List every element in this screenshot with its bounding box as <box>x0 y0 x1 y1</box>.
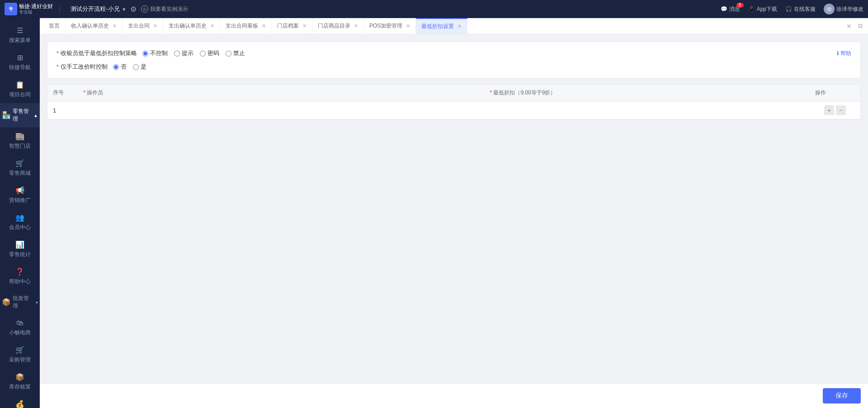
ecommerce-icon: 🛍 <box>16 319 24 327</box>
strategy-forbid[interactable]: 禁止 <box>226 49 245 57</box>
strategy-label: 收银员低于最低折扣控制策略 <box>57 49 137 57</box>
strategy-no-control[interactable]: 不控制 <box>142 49 168 57</box>
sidebar-label-help: 帮助中心 <box>9 278 31 286</box>
tab-expense-history[interactable]: 支出确认单历史 ✕ <box>163 18 220 34</box>
sidebar-item-inventory[interactable]: 📦 库存核算 <box>0 368 40 395</box>
tab-pos-encrypt[interactable]: POS加密管理 ✕ <box>364 18 416 34</box>
sidebar-item-retailmall[interactable]: 🛒 零售商城 <box>0 155 40 182</box>
cell-operator[interactable] <box>78 102 484 119</box>
col-header-discount: * 最低折扣（9.00等于9折） <box>484 84 809 102</box>
sidebar-item-member[interactable]: 👥 会员中心 <box>0 209 40 236</box>
sidebar-item-purchase[interactable]: 🛒 采购管理 <box>0 341 40 368</box>
strategy-password-radio[interactable] <box>200 51 206 56</box>
tab-store-profile[interactable]: 门店档案 ✕ <box>272 18 312 34</box>
table-body: 1 ＋ － <box>47 102 860 119</box>
manual-yes-radio[interactable] <box>133 64 139 70</box>
strategy-password[interactable]: 密码 <box>200 49 219 57</box>
tab-store-profile-close[interactable]: ✕ <box>302 23 307 29</box>
form-card: 收银员低于最低折扣控制策略 不控制 提示 密码 <box>47 42 861 79</box>
table-card: 序号 * 操作员 * 最低折扣（9.00等于9折） 操作 <box>47 84 861 120</box>
tab-expense-contract-close[interactable]: ✕ <box>153 23 157 29</box>
save-button[interactable]: 保存 <box>823 388 861 403</box>
tab-pos-encrypt-close[interactable]: ✕ <box>406 23 410 29</box>
manual-yes[interactable]: 是 <box>133 63 146 71</box>
operator-input[interactable] <box>83 107 479 114</box>
tab-expense-history-close[interactable]: ✕ <box>210 23 214 29</box>
message-button[interactable]: 💬 消息 8 <box>721 5 740 13</box>
tab-min-discount[interactable]: 最低折扣设置 ✕ <box>416 18 467 34</box>
sidebar-label-retail: 零售管理 <box>13 108 32 123</box>
tab-expense-board[interactable]: 支出合同看板 ✕ <box>220 18 272 34</box>
sidebar-item-ecommerce[interactable]: 🛍 小畅电商 <box>0 314 40 341</box>
project-selector[interactable]: 测试分开流程-小兄 ▾ <box>71 5 125 13</box>
sidebar-item-help[interactable]: ❓ 帮助中心 <box>0 263 40 290</box>
strategy-forbid-label: 禁止 <box>233 49 245 57</box>
row-add-btn[interactable]: ＋ <box>824 105 834 115</box>
strategy-forbid-radio[interactable] <box>226 51 231 56</box>
row-actions: ＋ － <box>815 105 855 115</box>
strategy-remind[interactable]: 提示 <box>174 49 193 57</box>
manual-no[interactable]: 否 <box>113 63 127 71</box>
tab-income-history-close[interactable]: ✕ <box>113 23 117 29</box>
user-menu[interactable]: 徐 徐泽华修改 <box>824 4 863 14</box>
row-delete-btn[interactable]: － <box>836 105 846 115</box>
sidebar-item-smartstore[interactable]: 🏬 智慧门店 <box>0 127 40 155</box>
tab-expense-contract-label: 支出合同 <box>128 22 150 30</box>
page-content: 收银员低于最低折扣控制策略 不控制 提示 密码 <box>40 34 868 383</box>
cell-discount[interactable] <box>484 102 809 119</box>
tab-close-current-btn[interactable]: ✕ <box>844 22 854 31</box>
demo-circle-icon: ◎ <box>141 5 148 13</box>
funds-icon: 💰 <box>15 400 24 408</box>
content-area: 首页 收入确认单历史 ✕ 支出合同 ✕ 支出确认单历史 ✕ 支出合同看板 ✕ 门… <box>40 18 868 408</box>
tab-store-catalog-close[interactable]: ✕ <box>354 23 358 29</box>
col-header-seq: 序号 <box>47 84 78 102</box>
tab-expense-history-label: 支出确认单历史 <box>169 22 207 30</box>
sidebar-item-retailstats[interactable]: 📊 零售统计 <box>0 236 40 263</box>
tab-income-history-label: 收入确认单历史 <box>71 22 109 30</box>
sidebar-item-retail[interactable]: 🏪 零售管理 ▲ <box>0 103 40 127</box>
strategy-remind-radio[interactable] <box>174 51 180 56</box>
strategy-no-control-radio[interactable] <box>142 51 148 56</box>
demo-button[interactable]: ◎ 我要看实例演示 <box>141 5 188 13</box>
tab-expense-contract[interactable]: 支出合同 ✕ <box>123 18 163 34</box>
topbar-right: 💬 消息 8 📱 App下载 🎧 在线客服 徐 徐泽华修改 <box>721 4 863 14</box>
message-icon: 💬 <box>721 6 727 12</box>
tab-expense-board-close[interactable]: ✕ <box>262 23 266 29</box>
tab-store-catalog[interactable]: 门店商品目录 ✕ <box>312 18 364 34</box>
app-logo: 专 畅捷·通好业财 专业版 <box>5 3 53 15</box>
manual-yes-label: 是 <box>141 63 146 71</box>
tab-min-discount-close[interactable]: ✕ <box>458 23 462 29</box>
sidebar-item-funds[interactable]: 💰 资金管理 <box>0 395 40 408</box>
discount-input[interactable] <box>490 107 804 114</box>
sidebar-label-marketing: 营销推广 <box>9 197 31 204</box>
sidebar-item-marketing[interactable]: 📢 营销推广 <box>0 182 40 209</box>
col-header-seq-label: 序号 <box>53 89 64 96</box>
retailstats-icon: 📊 <box>15 240 24 249</box>
sidebar-item-wholesale[interactable]: 📦 批发管理 ▾ <box>0 290 40 314</box>
main-layout: ☰ 搜索菜单 ⊞ 快捷导航 📋 项目合同 🏪 零售管理 ▲ 🏬 智慧门店 🛒 零… <box>0 18 868 408</box>
sidebar-item-project[interactable]: 📋 项目合同 <box>0 76 40 103</box>
sidebar-label-retailstats: 零售统计 <box>9 251 31 258</box>
sidebar-item-quicknav[interactable]: ⊞ 快捷导航 <box>0 49 40 76</box>
app-download-button[interactable]: 📱 App下载 <box>748 5 777 13</box>
sidebar-item-search[interactable]: ☰ 搜索菜单 <box>0 22 40 49</box>
member-icon: 👥 <box>15 213 24 222</box>
online-service-button[interactable]: 🎧 在线客服 <box>785 5 816 13</box>
tab-min-discount-label: 最低折扣设置 <box>421 23 454 30</box>
strategy-radio-group: 不控制 提示 密码 禁止 <box>142 49 245 57</box>
tab-actions: ✕ ⧉ <box>844 21 864 31</box>
smartstore-icon: 🏬 <box>15 132 24 141</box>
tab-expense-board-label: 支出合同看板 <box>226 22 258 30</box>
project-dropdown-arrow[interactable]: ▾ <box>123 6 126 13</box>
tab-home[interactable]: 首页 <box>43 18 66 34</box>
tab-income-history[interactable]: 收入确认单历史 ✕ <box>66 18 123 34</box>
manual-no-radio[interactable] <box>113 64 119 70</box>
tab-pos-encrypt-label: POS加密管理 <box>369 22 402 30</box>
settings-icon[interactable]: ⚙ <box>130 5 137 14</box>
bottom-bar: 保存 <box>40 383 868 408</box>
sidebar-label-ecommerce: 小畅电商 <box>9 329 31 337</box>
help-link[interactable]: ℹ 帮助 <box>837 50 851 57</box>
col-header-actions: 操作 <box>810 84 860 102</box>
sidebar-label-quicknav: 快捷导航 <box>9 64 31 71</box>
tab-maximize-btn[interactable]: ⧉ <box>856 21 864 31</box>
